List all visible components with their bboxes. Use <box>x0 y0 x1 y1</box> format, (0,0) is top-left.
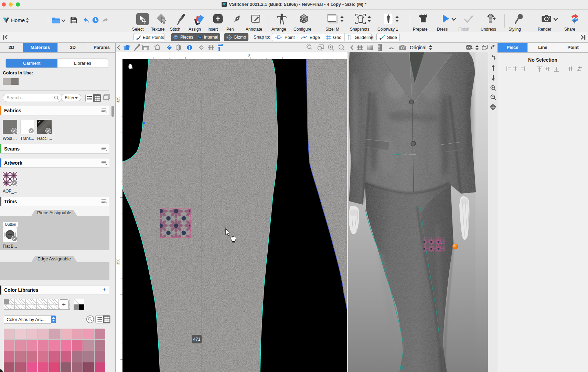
svg-text:471: 471 <box>193 337 201 342</box>
